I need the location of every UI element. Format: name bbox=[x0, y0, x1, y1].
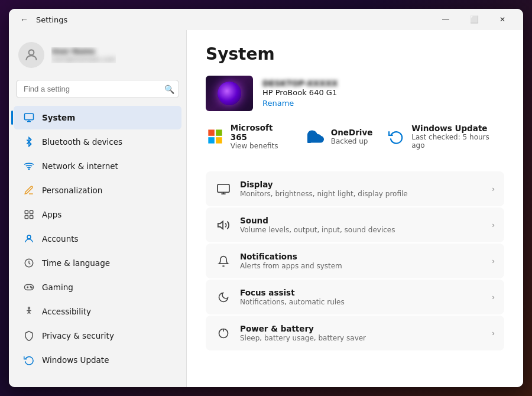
sound-chevron: › bbox=[492, 221, 495, 229]
user-name: User Name bbox=[51, 47, 116, 56]
svg-point-4 bbox=[28, 169, 30, 170]
device-image bbox=[206, 76, 253, 111]
svg-rect-8 bbox=[30, 216, 33, 219]
avatar bbox=[18, 42, 44, 68]
sidebar-item-privacy[interactable]: Privacy & security bbox=[14, 324, 181, 348]
notifications-icon bbox=[215, 253, 232, 270]
search-icon-button[interactable]: 🔍 bbox=[164, 85, 174, 94]
settings-item-focus[interactable]: Focus assist Notifications, automatic ru… bbox=[206, 280, 504, 314]
sidebar-item-gaming[interactable]: Gaming bbox=[14, 275, 181, 299]
display-title: Display bbox=[240, 180, 484, 189]
sound-icon bbox=[215, 217, 232, 233]
sidebar-item-apps[interactable]: Apps bbox=[14, 203, 181, 226]
power-text: Power & battery Sleep, battery usage, ba… bbox=[240, 324, 484, 342]
personalization-icon bbox=[23, 184, 35, 196]
bluetooth-icon bbox=[23, 136, 35, 148]
svg-rect-22 bbox=[218, 184, 229, 192]
winupdate-title: Windows Update bbox=[411, 124, 504, 133]
svg-point-0 bbox=[29, 50, 34, 55]
search-input[interactable] bbox=[16, 80, 179, 98]
winupdate-sub: Last checked: 5 hours ago bbox=[411, 133, 504, 150]
search-icon: 🔍 bbox=[164, 85, 174, 94]
focus-chevron: › bbox=[492, 293, 495, 301]
display-icon bbox=[215, 181, 232, 197]
sidebar-item-system[interactable]: System bbox=[14, 106, 181, 129]
svg-point-10 bbox=[27, 235, 31, 239]
ms365-icon bbox=[206, 127, 225, 146]
quick-actions: Microsoft 365 View benefits OneDrive Bac… bbox=[206, 123, 504, 160]
svg-rect-7 bbox=[25, 216, 28, 219]
settings-item-display[interactable]: Display Monitors, brightness, night ligh… bbox=[206, 171, 504, 206]
svg-rect-18 bbox=[208, 129, 215, 136]
sidebar-item-label-privacy: Privacy & security bbox=[42, 331, 114, 340]
sidebar-item-label-personalization: Personalization bbox=[42, 186, 102, 195]
minimize-button[interactable]: — bbox=[432, 10, 459, 29]
settings-window: ← Settings — ⬜ ✕ User Name user@example.… bbox=[9, 9, 523, 387]
sidebar-item-time[interactable]: Time & language bbox=[14, 251, 181, 275]
settings-item-notifications[interactable]: Notifications Alerts from apps and syste… bbox=[206, 244, 504, 278]
display-chevron: › bbox=[492, 185, 495, 193]
svg-rect-5 bbox=[25, 210, 28, 213]
quick-action-ms365[interactable]: Microsoft 365 View benefits bbox=[206, 123, 292, 150]
time-icon bbox=[23, 257, 35, 269]
user-section[interactable]: User Name user@example.com bbox=[9, 35, 186, 77]
svg-point-17 bbox=[28, 307, 30, 309]
close-button[interactable]: ✕ bbox=[489, 10, 516, 29]
onedrive-icon bbox=[306, 127, 325, 146]
notifications-sub: Alerts from apps and system bbox=[240, 262, 484, 270]
quick-action-onedrive[interactable]: OneDrive Backed up bbox=[306, 123, 373, 150]
onedrive-title: OneDrive bbox=[331, 128, 373, 137]
main-panel: System DESKTOP-XXXXX HP ProBook 640 G1 R… bbox=[186, 30, 523, 387]
system-icon bbox=[23, 112, 35, 124]
power-title: Power & battery bbox=[240, 324, 484, 333]
quick-action-winupdate[interactable]: Windows Update Last checked: 5 hours ago bbox=[387, 123, 504, 150]
focus-title: Focus assist bbox=[240, 288, 484, 297]
notifications-chevron: › bbox=[492, 257, 495, 265]
sidebar-item-label-accessibility: Accessibility bbox=[42, 307, 91, 316]
back-button[interactable]: ← bbox=[16, 11, 33, 28]
device-card: DESKTOP-XXXXX HP ProBook 640 G1 Rename bbox=[206, 76, 504, 111]
sidebar-item-label-network: Network & internet bbox=[42, 161, 118, 171]
svg-marker-25 bbox=[218, 221, 223, 229]
svg-rect-21 bbox=[216, 137, 222, 144]
gaming-icon bbox=[23, 281, 35, 293]
focus-sub: Notifications, automatic rules bbox=[240, 298, 484, 306]
sidebar-item-bluetooth[interactable]: Bluetooth & devices bbox=[14, 130, 181, 154]
settings-item-power[interactable]: Power & battery Sleep, battery usage, ba… bbox=[206, 316, 504, 350]
sidebar-item-update[interactable]: Windows Update bbox=[14, 348, 181, 372]
svg-rect-6 bbox=[30, 210, 33, 213]
sidebar-item-label-gaming: Gaming bbox=[42, 283, 73, 292]
device-name: DESKTOP-XXXXX bbox=[262, 79, 338, 88]
maximize-button[interactable]: ⬜ bbox=[460, 10, 488, 29]
svg-rect-20 bbox=[208, 137, 215, 144]
sidebar: User Name user@example.com 🔍 bbox=[9, 30, 186, 387]
display-text: Display Monitors, brightness, night ligh… bbox=[240, 180, 484, 198]
nav-list: System Bluetooth & devices bbox=[9, 105, 186, 372]
search-bar: 🔍 bbox=[16, 80, 179, 98]
user-info: User Name user@example.com bbox=[51, 47, 116, 63]
power-chevron: › bbox=[492, 329, 495, 337]
update-icon bbox=[23, 354, 35, 366]
sound-text: Sound Volume levels, output, input, soun… bbox=[240, 216, 484, 234]
sidebar-item-accessibility[interactable]: Accessibility bbox=[14, 300, 181, 323]
sidebar-item-personalization[interactable]: Personalization bbox=[14, 178, 181, 202]
main-content: User Name user@example.com 🔍 bbox=[9, 30, 523, 387]
onedrive-text: OneDrive Backed up bbox=[331, 128, 373, 145]
accessibility-icon bbox=[23, 306, 35, 317]
window-controls: — ⬜ ✕ bbox=[432, 10, 516, 29]
sidebar-item-accounts[interactable]: Accounts bbox=[14, 227, 181, 251]
apps-icon bbox=[23, 209, 35, 220]
titlebar: ← Settings — ⬜ ✕ bbox=[9, 9, 523, 30]
power-icon bbox=[215, 325, 232, 342]
rename-link[interactable]: Rename bbox=[262, 99, 294, 108]
onedrive-sub: Backed up bbox=[331, 137, 373, 145]
power-sub: Sleep, battery usage, battery saver bbox=[240, 334, 484, 342]
user-email: user@example.com bbox=[51, 56, 116, 63]
settings-item-sound[interactable]: Sound Volume levels, output, input, soun… bbox=[206, 207, 504, 242]
sidebar-item-label-time: Time & language bbox=[42, 258, 110, 268]
sidebar-item-label-update: Windows Update bbox=[42, 355, 109, 365]
sidebar-item-label-accounts: Accounts bbox=[42, 234, 79, 244]
sidebar-item-network[interactable]: Network & internet bbox=[14, 154, 181, 178]
ms365-title: Microsoft 365 bbox=[231, 123, 292, 142]
winupdate-text: Windows Update Last checked: 5 hours ago bbox=[411, 124, 504, 150]
